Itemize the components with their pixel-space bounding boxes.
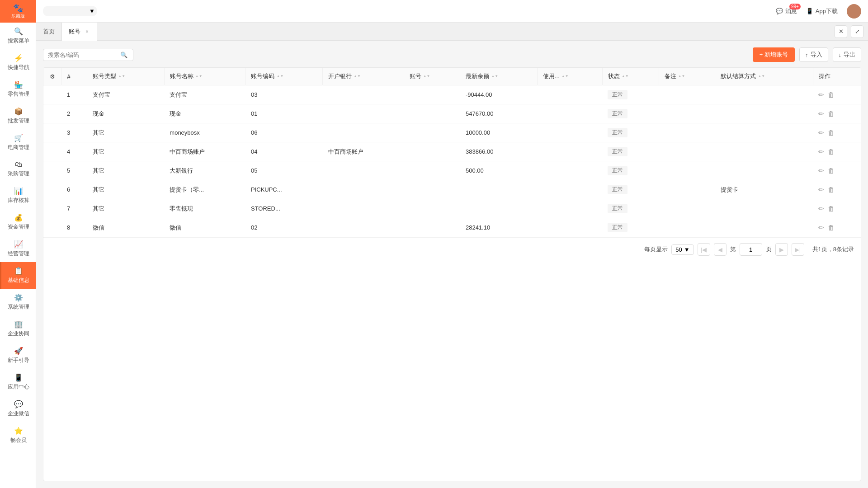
col-name[interactable]: 账号名称 ▲▼: [164, 68, 245, 85]
table-cell: 其它: [87, 142, 165, 161]
sidebar-item-quick-nav[interactable]: ⚡ 快捷导航: [0, 49, 36, 76]
search-input[interactable]: [48, 52, 120, 58]
col-status[interactable]: 状态 ▲▼: [602, 68, 659, 85]
table-cell: 其它: [87, 123, 165, 142]
sidebar-item-wholesale[interactable]: 📦 批发管理: [0, 103, 36, 129]
table-cell: 正常: [602, 218, 659, 237]
sidebar-item-retail[interactable]: 🏪 零售管理: [0, 76, 36, 103]
search-icon[interactable]: 🔍: [120, 52, 127, 58]
col-account[interactable]: 账号 ▲▼: [404, 68, 460, 85]
table-cell: 1: [61, 85, 87, 104]
tab-close-page-btn[interactable]: ✕: [835, 25, 847, 38]
add-account-button[interactable]: + 新增账号: [753, 47, 795, 62]
delete-button[interactable]: 🗑: [828, 205, 835, 212]
tab-home[interactable]: 首页: [36, 23, 62, 41]
sidebar-item-ops[interactable]: 📈 经营管理: [0, 235, 36, 262]
sidebar-item-ecommerce[interactable]: 🛒 电商管理: [0, 129, 36, 156]
search-box[interactable]: 🔍: [43, 49, 133, 61]
edit-button[interactable]: ✏: [818, 148, 824, 156]
col-balance[interactable]: 最新余额 ▲▼: [460, 68, 538, 85]
tab-account-close[interactable]: ×: [84, 28, 90, 35]
col-type[interactable]: 账号类型 ▲▼: [87, 68, 165, 85]
sidebar-item-guide[interactable]: 🚀 新手引导: [0, 342, 36, 369]
table-cell: [538, 199, 603, 218]
edit-button[interactable]: ✏: [818, 129, 824, 137]
edit-button[interactable]: ✏: [818, 110, 824, 118]
delete-button[interactable]: 🗑: [828, 110, 835, 117]
first-page-btn[interactable]: |◀: [698, 243, 710, 256]
sidebar-item-membership[interactable]: ⭐ 畅会员: [0, 422, 36, 449]
delete-button[interactable]: 🗑: [828, 129, 835, 136]
table-cell: PICKUPC...: [245, 180, 323, 199]
top-search-input[interactable]: [48, 8, 89, 14]
delete-button[interactable]: 🗑: [828, 91, 835, 99]
edit-button[interactable]: ✏: [818, 186, 824, 194]
col-settings[interactable]: ⚙: [43, 68, 61, 85]
last-page-btn[interactable]: ▶|: [792, 243, 804, 256]
action-buttons: ✏🗑: [818, 167, 855, 175]
table-cell: -90444.00: [460, 85, 538, 104]
app-download-button[interactable]: 📱 App下载: [806, 7, 838, 15]
table-cell: [323, 85, 404, 104]
sidebar-item-sys[interactable]: ⚙️ 系统管理: [0, 289, 36, 315]
col-bank[interactable]: 开户银行 ▲▼: [323, 68, 404, 85]
sidebar-item-wechat[interactable]: 💬 企业微信: [0, 395, 36, 422]
table-cell: [323, 123, 404, 142]
edit-button[interactable]: ✏: [818, 205, 824, 213]
col-remark[interactable]: 备注 ▲▼: [659, 68, 715, 85]
export-button[interactable]: ↓ 导出: [833, 47, 862, 62]
delete-button[interactable]: 🗑: [828, 148, 835, 155]
prev-page-btn[interactable]: ◀: [714, 243, 726, 256]
message-button[interactable]: 💬 消息 99+: [776, 7, 797, 15]
page-number-input[interactable]: [740, 243, 762, 256]
delete-button[interactable]: 🗑: [828, 167, 835, 174]
col-default-settle[interactable]: 默认结算方式 ▲▼: [715, 68, 813, 85]
table-cell: [538, 142, 603, 161]
table-cell: [538, 218, 603, 237]
table-cell: 支付宝: [164, 85, 245, 104]
tab-account-label: 账号: [69, 28, 80, 36]
page-size-label: 每页显示: [644, 245, 668, 253]
table-cell: 提货卡: [715, 180, 813, 199]
tab-account[interactable]: 账号 ×: [62, 23, 97, 41]
table-cell: 05: [245, 161, 323, 180]
account-table: ⚙ # 账号类型 ▲▼ 账号名称 ▲▼: [43, 68, 861, 237]
next-page-btn[interactable]: ▶: [775, 243, 788, 256]
tab-maximize-btn[interactable]: ⤢: [851, 25, 863, 38]
top-bar-right: 💬 消息 99+ 📱 App下载: [776, 4, 861, 19]
col-code[interactable]: 账号编码 ▲▼: [245, 68, 323, 85]
table-cell: 6: [61, 180, 87, 199]
col-usage[interactable]: 使用... ▲▼: [538, 68, 603, 85]
sidebar-item-finance[interactable]: 💰 资金管理: [0, 209, 36, 235]
action-buttons: ✏🗑: [818, 224, 855, 232]
import-button[interactable]: ↑ 导入: [799, 47, 828, 62]
sidebar-item-enterprise[interactable]: 🏢 企业协同: [0, 315, 36, 342]
user-avatar[interactable]: [847, 4, 861, 19]
table-cell: [323, 161, 404, 180]
edit-button[interactable]: ✏: [818, 224, 824, 232]
edit-button[interactable]: ✏: [818, 91, 824, 99]
sidebar-item-app-center[interactable]: 📱 应用中心: [0, 369, 36, 395]
status-badge: 正常: [608, 147, 627, 156]
page-size-select[interactable]: 50 ▼: [671, 244, 693, 255]
top-search-box[interactable]: ▼: [43, 6, 97, 16]
table-cell: [43, 85, 61, 104]
page-content: 🔍 + 新增账号 ↑ 导入 ↓ 导出: [36, 41, 868, 488]
delete-button[interactable]: 🗑: [828, 186, 835, 193]
table-cell: [460, 180, 538, 199]
delete-button[interactable]: 🗑: [828, 224, 835, 231]
sidebar-item-purchase[interactable]: 🛍 采购管理: [0, 156, 36, 182]
status-badge: 正常: [608, 204, 627, 213]
table-row: 5其它大新银行05500.00正常✏🗑: [43, 161, 861, 180]
sidebar-item-basic-info[interactable]: 📋 基础信息: [0, 262, 36, 289]
table-cell: 2: [61, 104, 87, 123]
table-cell: [715, 85, 813, 104]
sidebar-item-search[interactable]: 🔍 搜索菜单: [0, 23, 36, 49]
top-search-dropdown-icon[interactable]: ▼: [89, 8, 95, 14]
top-bar-left: ▼: [43, 6, 97, 16]
table-cell: ✏🗑: [813, 85, 861, 104]
edit-button[interactable]: ✏: [818, 167, 824, 175]
table-cell: [43, 104, 61, 123]
table-cell: 正常: [602, 180, 659, 199]
sidebar-item-inventory[interactable]: 📊 库存核算: [0, 182, 36, 209]
